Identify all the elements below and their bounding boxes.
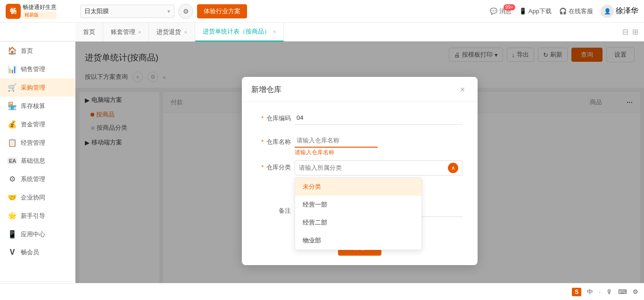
footer-dot-icon[interactable]: ·	[599, 288, 601, 295]
online-service-button[interactable]: 🎧 在线客服	[559, 7, 593, 16]
logo-text: 畅捷通好生意 精易版	[23, 3, 57, 19]
tab-close-accounts[interactable]: ×	[138, 29, 141, 35]
form-row-category: * 仓库分类 ∧ 未分类 经营一部	[257, 160, 462, 175]
name-input[interactable]	[295, 134, 378, 148]
category-expand-button[interactable]: ∧	[448, 163, 458, 173]
tab-close-purchase-return[interactable]: ×	[184, 29, 187, 35]
modal-overlay: 新增仓库 × * 仓库编码	[75, 42, 644, 300]
purchase-icon: 🛒	[8, 83, 17, 92]
form-label-name: * 仓库名称	[257, 135, 295, 146]
system-icon: ⚙	[8, 175, 17, 183]
tab-close-purchase-stats[interactable]: ×	[273, 29, 276, 34]
messages-button[interactable]: 💬 消息 99+	[490, 7, 512, 16]
form-label-category: * 仓库分类	[257, 160, 295, 172]
vip-icon: V	[8, 248, 17, 257]
avatar: 👤	[601, 5, 614, 18]
form-row-code: * 仓库编码	[257, 111, 462, 125]
headset-icon: 🎧	[559, 8, 567, 15]
user-avatar-area[interactable]: 👤 徐泽华	[601, 5, 638, 18]
dropdown-item-uncategorized[interactable]: 未分类	[295, 178, 421, 196]
category-select-box[interactable]: ∧	[295, 160, 462, 175]
sidebar-item-newbie[interactable]: 🌟 新手引导	[0, 207, 75, 225]
sidebar-item-operations[interactable]: 📋 经营管理	[0, 133, 75, 152]
apps-icon: 📱	[8, 230, 17, 239]
logo-area: 畅 畅捷通好生意 精易版	[6, 3, 76, 19]
mobile-icon: 📱	[519, 8, 527, 15]
code-input[interactable]	[295, 111, 462, 125]
category-input-container: ∧ 未分类 经营一部 经营二部 物业部	[295, 160, 462, 175]
sidebar-item-inventory[interactable]: 🏪 库存核算	[0, 97, 75, 115]
sidebar-item-apps[interactable]: 📱 应用中心	[0, 225, 75, 243]
tab-maximize-icon[interactable]: ⊞	[632, 27, 638, 36]
basic-info-icon: EA	[8, 158, 17, 164]
sidebar-item-sales[interactable]: 📊 销售管理	[0, 60, 75, 78]
tab-actions: ⊟ ⊞	[622, 27, 644, 36]
sales-icon: 📊	[8, 65, 17, 74]
modal-title: 新增仓库	[251, 85, 281, 95]
category-text-input[interactable]	[299, 164, 448, 171]
dropdown-item-dept2[interactable]: 经营二部	[295, 214, 421, 232]
modal-close-button[interactable]: ×	[457, 84, 468, 96]
top-right-area: 💬 消息 99+ 📱 App下载 🎧 在线客服 👤 徐泽华	[490, 5, 638, 18]
sidebar-item-system[interactable]: ⚙ 系统管理	[0, 170, 75, 188]
tab-purchase-return[interactable]: 进货退货 ×	[149, 23, 195, 42]
footer-chinese-icon[interactable]: 中	[587, 288, 593, 296]
sidebar-item-basic-info[interactable]: EA 基础信息	[0, 152, 75, 170]
sidebar-item-vip[interactable]: V 畅会员	[0, 243, 75, 261]
operations-icon: 📋	[8, 138, 17, 147]
search-value: 日太阳膜	[84, 7, 165, 16]
modal-body: * 仓库编码 * 仓库名称	[242, 102, 478, 236]
form-label-code: * 仓库编码	[257, 111, 295, 123]
footer-keyboard-icon[interactable]: ⌨	[618, 288, 627, 295]
newbie-icon: 🌟	[8, 211, 17, 220]
enterprise-icon: 🤝	[8, 193, 17, 202]
footer-bar: S 中 · 🎙 ⌨ ⚙	[0, 283, 644, 300]
sidebar-item-purchase[interactable]: 🛒 采购管理	[0, 78, 75, 97]
home-icon: 🏠	[8, 46, 17, 55]
modal-dialog: 新增仓库 × * 仓库编码	[242, 77, 478, 265]
dropdown-item-property[interactable]: 物业部	[295, 232, 421, 250]
message-icon: 💬	[490, 8, 497, 15]
main-layout: 🏠 首页 📊 销售管理 🛒 采购管理 🏪 库存核算 💰 资金管理 📋 经营管理 …	[0, 42, 644, 300]
footer-settings-icon2[interactable]: ⚙	[633, 288, 638, 295]
content-wrapper: 进货单统计(按商品) 🖨 按模板打印 ▾ ↓ 导出 ↻ 刷新 查询 设置	[75, 42, 644, 300]
search-dropdown-arrow[interactable]: ▾	[167, 8, 170, 15]
sidebar-item-finance[interactable]: 💰 资金管理	[0, 115, 75, 133]
settings-gear-button[interactable]: ⚙	[178, 4, 193, 19]
form-input-code-container	[295, 111, 462, 125]
tab-accounts[interactable]: 账套管理 ×	[103, 23, 149, 42]
notification-badge: 99+	[504, 4, 515, 10]
experience-button[interactable]: 体验行业方案	[197, 4, 247, 18]
username-label: 徐泽华	[616, 6, 638, 16]
sidebar: 🏠 首页 📊 销售管理 🛒 采购管理 🏪 库存核算 💰 资金管理 📋 经营管理 …	[0, 42, 75, 300]
form-label-note: 备注	[257, 204, 295, 215]
dropdown-item-dept1[interactable]: 经营一部	[295, 196, 421, 214]
tab-purchase-stats[interactable]: 进货单统计表（按商品） ×	[195, 23, 284, 42]
logo-icon: 畅	[6, 4, 21, 19]
name-error-msg: 请输入仓库名称	[295, 149, 334, 157]
tab-minimize-icon[interactable]: ⊟	[622, 27, 628, 36]
form-row-name: * 仓库名称 请输入仓库名称	[257, 134, 462, 157]
tab-bar: 首页 账套管理 × 进货退货 × 进货单统计表（按商品） × ⊟ ⊞	[0, 23, 644, 42]
top-bar: 畅 畅捷通好生意 精易版 日太阳膜 ▾ ⚙ 体验行业方案 💬 消息 99+ 📱 …	[0, 0, 644, 23]
sidebar-item-home[interactable]: 🏠 首页	[0, 42, 75, 60]
inventory-icon: 🏪	[8, 101, 17, 110]
category-dropdown: 未分类 经营一部 经营二部 物业部	[295, 177, 422, 250]
sidebar-item-enterprise[interactable]: 🤝 企业协同	[0, 188, 75, 207]
search-input-area[interactable]: 日太阳膜 ▾	[80, 5, 174, 18]
tab-home[interactable]: 首页	[75, 23, 103, 42]
footer-logo-s: S	[572, 288, 581, 296]
footer-mic-icon[interactable]: 🎙	[606, 288, 612, 295]
modal-header: 新增仓库 ×	[242, 77, 478, 102]
finance-icon: 💰	[8, 120, 17, 129]
app-download-button[interactable]: 📱 App下载	[519, 7, 552, 16]
